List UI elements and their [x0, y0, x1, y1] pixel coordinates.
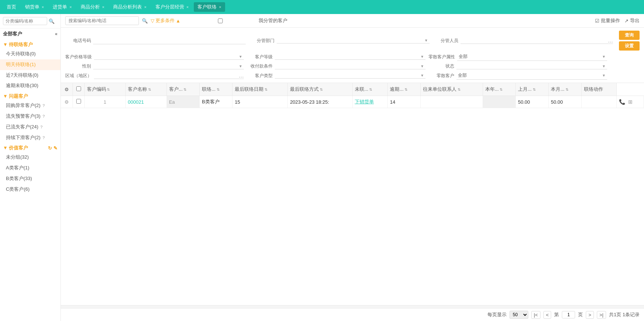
- reset-button[interactable]: 设置: [619, 41, 640, 51]
- sidebar-all-customers[interactable]: 全部客户 «: [0, 28, 60, 39]
- price-level-select[interactable]: ▼: [94, 54, 244, 60]
- sidebar-item-tomorrow[interactable]: 明天待联络(1): [0, 59, 60, 70]
- region-input[interactable]: …: [94, 73, 244, 79]
- row-gear[interactable]: ⚙: [61, 96, 73, 108]
- customer-level-label: 客户等级: [247, 54, 273, 60]
- th-type[interactable]: 客户...: [167, 83, 199, 96]
- row-check[interactable]: [73, 96, 84, 108]
- filter-panel: 电话号码 分管部门 ▼ 分管人员 …: [61, 28, 644, 83]
- nav-close-sales-order[interactable]: ×: [42, 5, 44, 9]
- filter-status: 状态 ▼: [428, 63, 607, 69]
- my-customers-checkbox-input[interactable]: [183, 18, 257, 23]
- pagination: 每页显示 50 100 200 |< < 第 页 > >| 共1页 1条记录: [61, 308, 644, 321]
- row-type: B类客户: [199, 96, 232, 108]
- manager-dots-icon[interactable]: …: [608, 38, 613, 44]
- nav-close-product-analysis[interactable]: ×: [102, 5, 104, 9]
- last-page-button[interactable]: >|: [597, 311, 606, 319]
- sidebar-item-unclassified[interactable]: 未分组(32): [0, 152, 60, 163]
- sidebar-search-icon[interactable]: 🔍: [49, 18, 55, 24]
- total-info: 共1页 1条记录: [609, 311, 640, 318]
- sidebar-item-near7[interactable]: 近7天待联络(0): [0, 70, 60, 81]
- nav-close-product-analysis-list[interactable]: ×: [144, 5, 146, 9]
- sidebar-item-a-class[interactable]: A类客户(1): [0, 163, 60, 173]
- th-this-month[interactable]: 本月...: [549, 83, 581, 96]
- nav-sales-order[interactable]: 销货单 ×: [21, 2, 48, 12]
- sidebar-search-input[interactable]: [3, 17, 47, 25]
- nav-product-analysis[interactable]: 商品分析 ×: [77, 2, 108, 12]
- th-code[interactable]: 客户编码: [84, 83, 126, 96]
- th-name[interactable]: 客户名称: [126, 83, 167, 96]
- row-overdue: [420, 96, 483, 108]
- more-conditions-button[interactable]: ▽ 更多条件 ▲: [151, 17, 181, 24]
- sidebar-item-churn-risk[interactable]: 流失预警客户(3) ？: [0, 111, 60, 122]
- page-number-input[interactable]: [562, 311, 575, 318]
- search-button[interactable]: 🔍: [142, 18, 148, 24]
- th-last-date[interactable]: 最后联络日期: [232, 83, 288, 96]
- my-customers-checkbox[interactable]: 我分管的客户: [183, 17, 287, 24]
- dept-label: 分管部门: [249, 38, 274, 44]
- search-input[interactable]: [65, 16, 139, 25]
- page-size-select[interactable]: 50 100 200: [510, 311, 528, 319]
- filter-region: 区域（地区） …: [65, 73, 244, 79]
- gender-select[interactable]: ▼: [93, 63, 244, 69]
- th-last-method[interactable]: 最后联络方式: [288, 83, 353, 96]
- action-phone-icon[interactable]: 📞: [619, 99, 625, 105]
- sidebar-item-c-class[interactable]: C类客户(6): [0, 184, 60, 195]
- value-refresh-icon[interactable]: ↻: [48, 145, 52, 151]
- nav-customer-contact[interactable]: 客户联络 ×: [194, 2, 225, 12]
- sidebar-item-continuous-decline[interactable]: 持续下滑客户(2) ？: [0, 132, 60, 143]
- retail-attr-caret-icon: ▼: [602, 55, 606, 59]
- table-body: ⚙ 1 000021 Ea B类客户 15 2023-05-23 18:25: …: [61, 96, 644, 108]
- sidebar-item-repurchase-abnormal[interactable]: 回购异常客户(2) ？: [0, 100, 60, 111]
- th-contact[interactable]: 联络...: [199, 83, 232, 96]
- th-last-month[interactable]: 上月...: [516, 83, 549, 96]
- dept-select[interactable]: ▼: [277, 38, 429, 44]
- nav-close-customer-contact[interactable]: ×: [219, 5, 221, 9]
- sidebar-item-overdue[interactable]: 逾期未联络(30): [0, 80, 60, 91]
- value-edit-icon[interactable]: ✎: [53, 145, 57, 151]
- retail-customer-select[interactable]: 全部 ▼: [456, 72, 607, 80]
- nav-home[interactable]: 首页: [3, 2, 20, 12]
- sidebar-problem-label: ▼ 问题客户: [0, 91, 60, 100]
- export-button[interactable]: ↗ 导出: [624, 17, 640, 24]
- sidebar-item-today[interactable]: 今天待联络(0): [0, 49, 60, 59]
- customer-type-caret-icon: ▼: [420, 73, 424, 77]
- action-grid-icon[interactable]: ⊞: [628, 99, 633, 105]
- th-this-year[interactable]: 本年...: [483, 83, 515, 96]
- region-dots-icon[interactable]: …: [239, 73, 244, 79]
- row-last-method[interactable]: 下销货单: [352, 96, 388, 108]
- batch-action-button[interactable]: ☑ 批量操作: [595, 17, 620, 24]
- first-page-button[interactable]: |<: [531, 311, 540, 319]
- phone-input[interactable]: [93, 37, 246, 44]
- nav-close-customer-stratification[interactable]: ×: [186, 5, 189, 9]
- nav-close-purchase-order[interactable]: ×: [69, 5, 71, 9]
- payment-select[interactable]: ▼: [275, 63, 426, 69]
- th-not-contacted[interactable]: 未联...: [352, 83, 388, 96]
- nav-customer-stratification[interactable]: 客户分层经营 ×: [152, 2, 192, 12]
- nav-purchase-order[interactable]: 进货单 ×: [49, 2, 75, 12]
- nav-product-analysis-list[interactable]: 商品分析列表 ×: [109, 2, 150, 12]
- th-company-contact[interactable]: 往来单位联系人: [420, 83, 483, 96]
- next-page-button[interactable]: >: [586, 311, 594, 319]
- row-checkbox[interactable]: [76, 99, 81, 104]
- status-select[interactable]: ▼: [456, 63, 607, 69]
- th-overdue[interactable]: 逾期...: [388, 83, 420, 96]
- customer-level-select[interactable]: ▼: [275, 54, 426, 60]
- retail-customer-label: 零散客户: [428, 73, 454, 79]
- toolbar-right: ☑ 批量操作 ↗ 导出: [595, 17, 640, 24]
- sidebar-item-already-churn[interactable]: 已流失客户(24) ？: [0, 122, 60, 132]
- prev-page-button[interactable]: <: [543, 311, 552, 319]
- horizontal-scrollbar[interactable]: [61, 305, 644, 308]
- payment-label: 收付款条件: [247, 63, 273, 69]
- sidebar-item-b-class[interactable]: B类客户(33): [0, 173, 60, 184]
- select-all-checkbox[interactable]: [76, 86, 81, 91]
- filter-row-4: 区域（地区） … 客户类型 ▼ 零散客户 全部: [65, 72, 640, 80]
- customer-type-select[interactable]: ▼: [275, 73, 426, 79]
- checkbox-icon: ☑: [595, 18, 599, 24]
- filter-phone: 电话号码: [65, 37, 246, 44]
- filter-dept: 分管部门 ▼: [249, 38, 429, 44]
- retail-attr-select[interactable]: 全部 ▼: [457, 53, 607, 61]
- query-button[interactable]: 查询: [619, 31, 640, 40]
- filter-row-1: 电话号码 分管部门 ▼ 分管人员 …: [65, 31, 640, 51]
- manager-input[interactable]: …: [461, 38, 613, 44]
